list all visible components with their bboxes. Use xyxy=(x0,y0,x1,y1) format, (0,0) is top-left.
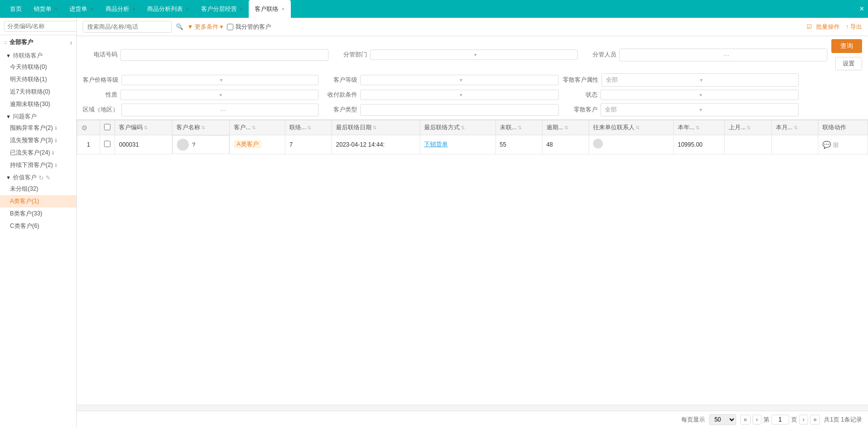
per-page-select[interactable]: 50 100 200 xyxy=(709,414,736,425)
col-gear[interactable]: ⚙ xyxy=(77,120,100,135)
nav-home[interactable]: 首页 xyxy=(4,0,28,18)
customer-type-tag: A类客户 xyxy=(234,140,262,148)
filter-phone: 电话号码 xyxy=(83,49,328,61)
filter-dept-select[interactable]: ▾ xyxy=(370,50,578,60)
sort-no-contact-icon[interactable]: ⇅ xyxy=(518,125,522,130)
row-checkbox[interactable] xyxy=(104,141,110,147)
col-contact-person: 往来单位联系人⇅ xyxy=(589,120,673,135)
query-btn[interactable]: 查询 xyxy=(831,39,862,53)
filter-more-btn[interactable]: ▼ 更多条件 ▾ xyxy=(187,23,223,31)
filter-nature-select[interactable]: ▾ xyxy=(120,90,319,100)
sort-year-icon[interactable]: ⇅ xyxy=(696,125,700,130)
nav-purchase-close[interactable]: × xyxy=(90,6,93,12)
first-page-btn[interactable]: « xyxy=(740,415,751,425)
filter-region-select[interactable]: ··· xyxy=(121,104,319,116)
sidebar-all-customers-header[interactable]: :: 全部客户 ‹ xyxy=(0,35,76,50)
nav-sales[interactable]: 销货单 × xyxy=(28,0,63,18)
settings-btn[interactable]: 设置 xyxy=(835,57,862,70)
prev-page-btn[interactable]: ‹ xyxy=(753,415,761,425)
sort-code-icon[interactable]: ⇅ xyxy=(144,125,148,130)
sort-date-icon[interactable]: ⇅ xyxy=(373,125,377,130)
sidebar-item-overdue-pending[interactable]: 逾期未联络(30) xyxy=(0,98,76,110)
filter-my-customers-label[interactable]: 我分管的客户 xyxy=(227,23,271,31)
value-group-refresh[interactable]: ↻ xyxy=(39,174,44,181)
row-this-year: 10995.00 xyxy=(673,135,724,155)
sidebar-item-ungrouped[interactable]: 未分组(32) xyxy=(0,183,76,195)
col-contact: 联络...⇅ xyxy=(285,120,332,135)
nav-analysis[interactable]: 商品分析 × xyxy=(100,0,141,18)
sidebar-item-churned[interactable]: 已流失客户(24) ℹ xyxy=(0,147,76,159)
grid-icon[interactable]: ⊞ xyxy=(833,141,839,149)
batch-op-btn[interactable]: ☑ 批量操作 xyxy=(807,23,840,31)
filter-status-select[interactable]: ▾ xyxy=(600,90,799,100)
horizontal-scrollbar[interactable] xyxy=(77,405,868,411)
last-page-btn[interactable]: » xyxy=(810,415,820,425)
gear-icon[interactable]: ⚙ xyxy=(81,124,88,132)
sort-lm-icon[interactable]: ⇅ xyxy=(747,125,751,130)
window-close-btn[interactable]: × xyxy=(860,4,864,13)
sidebar-item-churn-warning[interactable]: 流失预警客户(3) ℹ xyxy=(0,134,76,147)
export-btn[interactable]: ↑ 导出 xyxy=(846,23,862,31)
filter-payment-select[interactable]: ▾ xyxy=(360,90,558,100)
filter-person-dots[interactable]: ··· xyxy=(723,51,823,59)
nav-customer-segment[interactable]: 客户分层经营 × xyxy=(195,0,249,18)
sort-overdue-icon[interactable]: ⇅ xyxy=(564,125,568,130)
sort-type-icon[interactable]: ⇅ xyxy=(252,125,256,130)
nav-segment-close[interactable]: × xyxy=(240,6,243,12)
nav-analysis-list-close[interactable]: × xyxy=(186,6,189,12)
sort-method-icon[interactable]: ⇅ xyxy=(461,125,465,130)
sidebar-item-class-c[interactable]: C类客户(6) xyxy=(0,220,76,232)
nav-customer-contact[interactable]: 客户联络 × xyxy=(249,0,290,18)
sidebar-group-pending[interactable]: ▼ 待联络客户 xyxy=(0,50,76,61)
chat-icon[interactable]: 💬 xyxy=(822,141,831,149)
select-all-checkbox[interactable] xyxy=(104,124,110,130)
nav-analysis-close[interactable]: × xyxy=(132,6,135,12)
filter-person-select[interactable]: ··· xyxy=(619,49,827,61)
nav-sales-close[interactable]: × xyxy=(54,6,57,12)
row-action: 💬 ⊞ xyxy=(818,135,868,155)
sidebar-item-today-pending[interactable]: 今天待联络(0) xyxy=(0,61,76,73)
sidebar-item-tomorrow-pending[interactable]: 明天待联络(1) xyxy=(0,73,76,86)
sidebar-item-hoarding[interactable]: 囤购异常客户(2) ℹ xyxy=(0,122,76,134)
sidebar-group-value[interactable]: ▼ 价值客户 ↻ ✎ xyxy=(0,171,76,183)
row-name: ？ xyxy=(172,135,229,154)
data-table: ⚙ 客户编码⇅ 客户名称⇅ 客户...⇅ 联络...⇅ 最后联络日期⇅ 最后联络… xyxy=(77,120,868,155)
sidebar-group-problem[interactable]: ▼ 问题客户 xyxy=(0,110,76,122)
sort-cp-icon[interactable]: ⇅ xyxy=(636,125,640,130)
filter-retail-attr-select[interactable]: 全部 ▾ xyxy=(601,73,799,87)
info-icon-3: ℹ xyxy=(52,150,54,156)
sidebar-item-declining[interactable]: 持续下滑客户(2) ℹ xyxy=(0,159,76,171)
col-checkbox xyxy=(100,120,115,135)
value-group-edit[interactable]: ✎ xyxy=(46,174,51,181)
nav-contact-close[interactable]: × xyxy=(281,6,284,12)
sidebar-item-class-a[interactable]: A类客户(1) xyxy=(0,195,76,208)
sidebar-collapse-icon[interactable]: ‹ xyxy=(70,39,72,47)
page-num-input[interactable] xyxy=(771,415,789,425)
filter-search-input[interactable] xyxy=(83,21,172,33)
nav-purchase[interactable]: 进货单 × xyxy=(63,0,99,18)
filter-search-icon[interactable]: 🔍 xyxy=(176,23,183,30)
filter-status-label: 状态 xyxy=(563,91,597,99)
filter-customer-level-select[interactable]: ▾ xyxy=(360,75,558,85)
sort-contact-icon[interactable]: ⇅ xyxy=(307,125,311,130)
filter-retail-select[interactable]: 全部 ▾ xyxy=(600,103,799,116)
sort-tm-icon[interactable]: ⇅ xyxy=(794,125,798,130)
sidebar-item-7day-pending[interactable]: 近7天待联络(0) xyxy=(0,86,76,98)
filter-price-level-select[interactable]: ▾ xyxy=(121,75,319,85)
filter-more-arrow: ▾ xyxy=(220,23,223,30)
sidebar-search-input[interactable] xyxy=(4,21,77,32)
info-icon-1: ℹ xyxy=(55,125,57,131)
filter-price-level-label: 客户价格等级 xyxy=(83,76,118,84)
filter-customer-type-input[interactable] xyxy=(360,104,558,116)
nav-analysis-list[interactable]: 商品分析列表 × xyxy=(141,0,195,18)
filter-phone-input[interactable] xyxy=(120,49,328,61)
sidebar-item-class-b[interactable]: B类客户(33) xyxy=(0,208,76,220)
sidebar-group-pending-triangle: ▼ xyxy=(6,53,11,58)
last-method-link[interactable]: 下销货单 xyxy=(424,141,448,148)
export-icon: ↑ xyxy=(846,23,849,30)
filter-region-dots[interactable]: ··· xyxy=(220,106,314,114)
filter-payment: 收付款条件 ▾ xyxy=(323,90,558,100)
next-page-btn[interactable]: › xyxy=(799,415,808,425)
sort-name-icon[interactable]: ⇅ xyxy=(201,125,205,130)
filter-my-customers-checkbox[interactable] xyxy=(227,24,233,30)
